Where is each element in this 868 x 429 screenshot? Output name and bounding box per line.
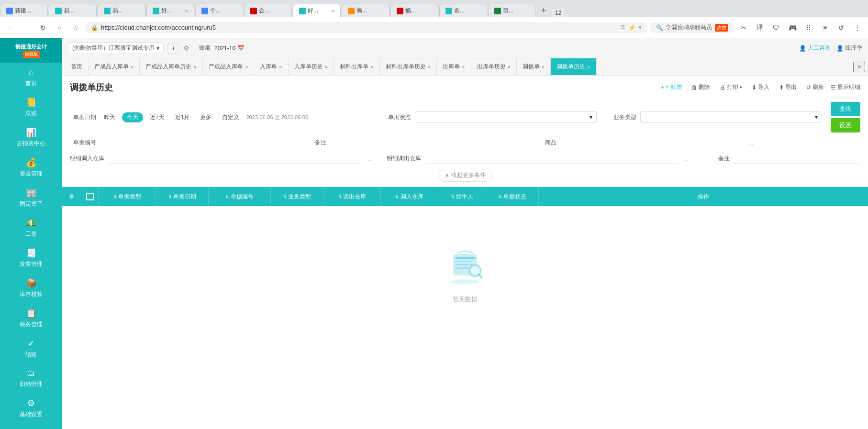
detail-in-input[interactable] — [108, 153, 362, 164]
content-tab-close-6[interactable]: × — [370, 64, 373, 70]
browser-tab-t3[interactable]: 易... — [98, 4, 145, 17]
query-btn[interactable]: 查询 — [831, 102, 860, 116]
detail-remark-input[interactable] — [734, 153, 860, 164]
content-tab-9[interactable]: 出库单历史 × — [471, 58, 517, 75]
remark-input[interactable] — [330, 137, 512, 148]
content-tab-0[interactable]: 首页 — [65, 58, 89, 75]
add-tab-btn[interactable]: + — [537, 4, 550, 17]
content-tab-close-8[interactable]: × — [462, 64, 465, 70]
date-more[interactable]: 更多 — [196, 112, 215, 122]
th-type[interactable]: ⇅ 单据类型 — [99, 187, 156, 206]
date-today[interactable]: 今天 — [122, 112, 143, 122]
brightness-icon[interactable]: ☀ — [818, 21, 832, 34]
sidebar-item-home[interactable]: ⌂ 首页 — [0, 63, 62, 92]
content-tab-close-5[interactable]: × — [325, 64, 328, 70]
tab-close-btn[interactable]: × — [332, 8, 334, 14]
browser-tab-t10[interactable]: 各... — [439, 4, 487, 17]
content-tab-close-7[interactable]: × — [428, 64, 431, 70]
forward-button[interactable]: → — [20, 21, 33, 34]
calendar-icon[interactable]: 📅 — [237, 45, 245, 52]
sidebar-item-invoices[interactable]: 🧾 发票管理 — [0, 243, 62, 273]
display-cols-btn[interactable]: ☰ 显示明细 — [831, 83, 860, 91]
browser-tab-t4[interactable]: 好... × — [146, 4, 194, 17]
sidebar-item-inventory[interactable]: 📦 库存核算 — [0, 273, 62, 303]
doc-number-input[interactable] — [100, 137, 282, 148]
content-tab-3[interactable]: 产成品入库单 × — [203, 58, 254, 75]
browser-tab-t1[interactable]: 新建... — [0, 4, 48, 17]
detail-in-dots[interactable]: ... — [367, 155, 373, 163]
home-button[interactable]: ⌂ — [53, 21, 66, 34]
address-bar[interactable]: 🔒 https://cloud.chanjet.com/accounting/u… — [85, 22, 647, 33]
browser-tab-t7[interactable]: 好... × — [293, 4, 341, 17]
date-yesterday[interactable]: 昨天 — [100, 112, 119, 122]
user-info[interactable]: 👤 徐泽华 — [836, 44, 862, 52]
browser-tab-t8[interactable]: 腾... — [342, 4, 389, 17]
th-handler[interactable]: ⇅ 经手人 — [438, 187, 486, 206]
export-btn[interactable]: ⬆ 导出 — [776, 81, 800, 93]
header-checkbox[interactable] — [86, 193, 94, 200]
th-date[interactable]: ⇅ 单据日期 — [156, 187, 209, 206]
th-status[interactable]: ⇅ 单据状态 — [486, 187, 539, 206]
status-select[interactable]: ▾ — [415, 111, 597, 123]
sidebar-item-guide[interactable]: 📖 新手引导 — [0, 423, 62, 429]
translate-icon[interactable]: 译 — [753, 21, 767, 34]
sidebar-item-settings[interactable]: ⚙ 基础设置 — [0, 393, 62, 423]
support-btn[interactable]: 👤 人工咨询 — [799, 44, 831, 52]
browser-tab-t2[interactable]: 易... — [49, 4, 97, 17]
sidebar-item-assets[interactable]: 🏢 固定资产 — [0, 183, 62, 213]
date-1month[interactable]: 近1月 — [171, 112, 194, 122]
date-7days[interactable]: 近7天 — [146, 112, 168, 122]
goods-input[interactable] — [560, 137, 742, 148]
browser-tab-t5[interactable]: 个... — [195, 4, 243, 17]
th-in-wh[interactable]: ⇅ 调入仓库 — [381, 187, 438, 206]
browser-tab-t9[interactable]: 畅... — [390, 4, 438, 17]
sidebar-item-tax[interactable]: 📋 税务管理 — [0, 303, 62, 333]
game-icon[interactable]: 🎮 — [786, 21, 799, 34]
content-tab-10[interactable]: 调拨单 × — [517, 58, 551, 75]
add-company-btn[interactable]: + — [167, 43, 179, 54]
content-tab-close-3[interactable]: × — [245, 64, 248, 70]
menu-icon[interactable]: ⋮ — [851, 21, 864, 34]
delete-btn[interactable]: 🗑 删除 — [689, 81, 713, 93]
content-tab-close-11[interactable]: × — [587, 64, 590, 70]
content-tab-close-2[interactable]: × — [193, 64, 196, 70]
refresh-btn[interactable]: ↺ 刷新 — [803, 81, 827, 93]
th-biz[interactable]: ⇅ 业务类型 — [271, 187, 323, 206]
biz-type-select[interactable]: ▾ — [640, 111, 822, 123]
content-tab-11[interactable]: 调拨单历史 × — [551, 58, 596, 75]
sidebar-item-reports[interactable]: 📊 云报表中心 — [0, 122, 62, 153]
sidebar-item-settle[interactable]: ✓ 结账 — [0, 333, 62, 363]
th-out-wh[interactable]: ⇅ 调出仓库 — [323, 187, 381, 206]
browser-tab-t11[interactable]: 目... — [488, 4, 536, 17]
undo-icon[interactable]: ↺ — [835, 21, 848, 34]
search-area[interactable]: 🔍 学霸应聘场驱鸟员 热搜 — [650, 22, 734, 33]
date-custom[interactable]: 自定义 — [218, 112, 243, 122]
bookmark-button[interactable]: ☆ — [69, 21, 82, 34]
content-tab-1[interactable]: 产成品入库单 × — [89, 58, 140, 75]
collapse-btn[interactable]: ∧ 收起更多条件 — [439, 169, 492, 182]
print-btn[interactable]: 🖨 打印 ▾ — [717, 81, 745, 93]
content-tab-6[interactable]: 材料出库单 × — [334, 58, 379, 75]
back-button[interactable]: ← — [4, 21, 17, 34]
grid-icon[interactable]: ⠿ — [802, 21, 815, 34]
filter-settings-btn[interactable]: 设置 — [831, 118, 860, 132]
company-selector[interactable]: (勿删勿禁用）江西服宝测试专用 ▾ — [68, 42, 164, 54]
tab-close-btn[interactable]: × — [185, 8, 188, 14]
content-tab-close-4[interactable]: × — [279, 64, 282, 70]
content-tab-close-10[interactable]: × — [542, 64, 545, 70]
sidebar-item-archive[interactable]: 🗂 归档管理 — [0, 363, 62, 393]
content-tab-7[interactable]: 材料出库单历史 × — [380, 58, 437, 75]
goods-dots[interactable]: ... — [748, 139, 754, 147]
detail-out-dots[interactable]: ... — [684, 155, 690, 163]
content-tab-5[interactable]: 入库单历史 × — [289, 58, 334, 75]
reload-button[interactable]: ↻ — [36, 21, 50, 34]
content-tab-close-1[interactable]: × — [131, 64, 134, 70]
new-btn[interactable]: + + 新增 — [658, 81, 685, 93]
th-check[interactable] — [81, 187, 99, 206]
import-btn[interactable]: ⬇ 导入 — [749, 81, 772, 93]
sidebar-item-ledger[interactable]: 📒 总账 — [0, 92, 62, 122]
th-number[interactable]: ⇅ 单据编号 — [209, 187, 271, 206]
detail-out-input[interactable] — [425, 153, 679, 164]
shield-icon[interactable]: 🛡 — [769, 21, 783, 34]
content-tab-4[interactable]: 入库单 × — [254, 58, 288, 75]
